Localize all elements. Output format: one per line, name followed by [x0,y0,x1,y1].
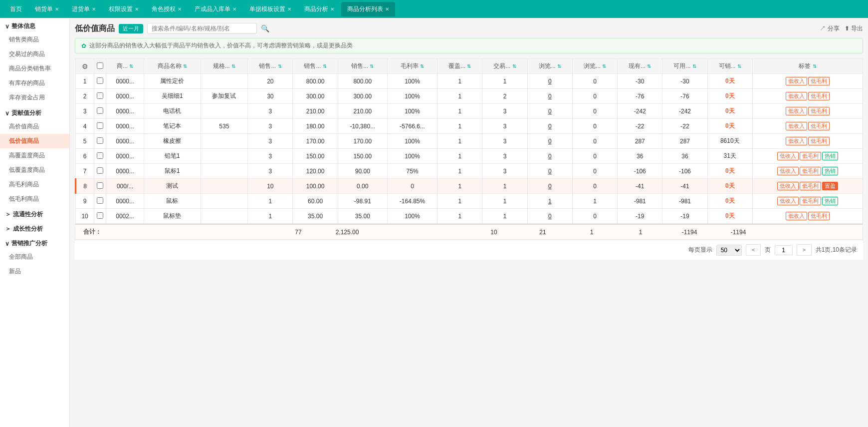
col-gross[interactable]: 毛利率 ⇅ [387,59,437,74]
cell-checkbox[interactable] [94,89,106,104]
row-checkbox-6[interactable] [97,167,103,174]
col-checkbox[interactable] [94,59,106,74]
row-checkbox-9[interactable] [97,212,103,219]
col-trade[interactable]: 交易... ⇅ [482,59,527,74]
sort-icon-sales3[interactable]: ⇅ [370,63,374,69]
table-row[interactable]: 2 0000... 吴细细1 参加复试 30 300.00 300.00 100… [76,89,863,104]
table-row[interactable]: 8 000/... 测试 10 100.00 0.00 0 1 1 0 0 -4… [76,179,863,194]
filter-recent-month-button[interactable]: 近一月 [119,24,143,33]
sidebar-item-high-coverage[interactable]: 高覆盖度商品 [0,148,69,163]
cell-browse1[interactable]: 0 [527,74,572,89]
nav-goods-analysis[interactable]: 商品分析 ✕ [298,2,340,16]
next-page-button[interactable]: ＞ [797,244,812,256]
search-input[interactable] [147,23,257,34]
cell-checkbox[interactable] [94,134,106,149]
row-checkbox-8[interactable] [97,197,103,204]
sidebar-item-stock-goods[interactable]: 有库存的商品 [0,76,69,90]
nav-purchase-order[interactable]: 进货单 ✕ [66,2,102,16]
browse1-link[interactable]: 0 [548,78,552,85]
cell-checkbox[interactable] [94,149,106,164]
col-spec[interactable]: 规格... ⇅ [201,59,248,74]
export-button[interactable]: ⬆ 导出 [845,24,863,33]
col-sales3[interactable]: 销售... ⇅ [338,59,387,74]
nav-permission[interactable]: 权限设置 ✕ [103,2,145,16]
browse1-link[interactable]: 0 [548,213,552,220]
table-row[interactable]: 6 0000... 铅笔1 3 150.00 150.00 100% 1 3 0… [76,149,863,164]
sidebar-item-all-goods[interactable]: 全部商品 [0,250,69,264]
sidebar-item-traded-goods[interactable]: 交易过的商品 [0,47,69,61]
browse1-link[interactable]: 0 [548,168,552,175]
col-code[interactable]: 商... ⇅ [106,59,144,74]
cell-browse1[interactable]: 0 [527,209,572,224]
sidebar-item-low-value[interactable]: 低价值商品 [0,134,69,148]
cell-checkbox[interactable] [94,209,106,224]
nav-close-permission[interactable]: ✕ [135,6,139,12]
table-row[interactable]: 1 0000... 属性定价 20 800.00 800.00 100% 1 1… [76,74,863,89]
cell-checkbox[interactable] [94,164,106,179]
cell-browse1[interactable]: 0 [527,164,572,179]
cell-browse1[interactable]: 0 [527,134,572,149]
row-checkbox-7[interactable] [97,182,103,189]
nav-close-purchase-order[interactable]: ✕ [92,6,96,12]
settings-icon[interactable]: ⚙ [82,62,88,70]
nav-close-product-inbound[interactable]: ✕ [232,6,236,12]
col-settings[interactable]: ⚙ [76,59,94,74]
sort-icon-stock3[interactable]: ⇅ [737,63,741,69]
table-row[interactable]: 5 0000... 橡皮擦 3 170.00 170.00 100% 1 3 0… [76,134,863,149]
cell-checkbox[interactable] [94,179,106,194]
sidebar-item-new-goods[interactable]: 新品 [0,264,69,279]
sort-icon-stock1[interactable]: ⇅ [647,63,651,69]
browse1-link[interactable]: 0 [548,183,552,190]
row-checkbox-1[interactable] [97,92,103,99]
sidebar-section-contribution[interactable]: ∨ 贡献值分析 [0,105,69,119]
nav-goods-analysis-list[interactable]: 商品分析列表 ✕ [341,2,395,16]
table-row[interactable]: 4 0000... 笔记本 535 3 180.00 -10,380... -5… [76,119,863,134]
cell-checkbox[interactable] [94,119,106,134]
row-checkbox-4[interactable] [97,137,103,144]
cell-checkbox[interactable] [94,104,106,119]
cell-browse1[interactable]: 0 [527,149,572,164]
nav-template[interactable]: 单据模板设置 ✕ [243,2,297,16]
sort-icon-gross[interactable]: ⇅ [420,63,424,69]
col-name[interactable]: 商品名称 ⇅ [144,59,201,74]
cell-checkbox[interactable] [94,194,106,209]
sidebar-item-category-rate[interactable]: 商品分类销售率 [0,61,69,76]
cell-browse1[interactable]: 0 [527,104,572,119]
sort-icon-name[interactable]: ⇅ [183,63,187,69]
row-checkbox-3[interactable] [97,122,103,129]
row-checkbox-2[interactable] [97,107,103,114]
sort-icon-stock2[interactable]: ⇅ [692,63,696,69]
sort-icon-sales2[interactable]: ⇅ [323,63,327,69]
sidebar-item-high-value[interactable]: 高价值商品 [0,119,69,134]
share-button[interactable]: ↗ 分享 [820,24,839,33]
sidebar-item-low-margin[interactable]: 低毛利商品 [0,192,69,206]
sort-icon-spec[interactable]: ⇅ [231,63,235,69]
sort-icon-browse2[interactable]: ⇅ [602,63,606,69]
nav-close-template[interactable]: ✕ [287,6,291,12]
sidebar-section-growth[interactable]: ＞ 成长性分析 [0,221,69,235]
nav-role-auth[interactable]: 角色授权 ✕ [146,2,188,16]
col-stock2[interactable]: 可用... ⇅ [662,59,707,74]
table-row[interactable]: 10 0002... 鼠标垫 1 35.00 35.00 100% 1 1 0 … [76,209,863,224]
cell-browse1[interactable]: 0 [527,179,572,194]
nav-home[interactable]: 首页 [4,2,28,16]
per-page-select[interactable]: 50 100 200 [716,245,742,256]
table-row[interactable]: 9 0000... 鼠标 1 60.00 -98.91 -164.85% 1 1… [76,194,863,209]
col-stock1[interactable]: 现有... ⇅ [618,59,662,74]
sidebar-section-overall[interactable]: ∨ 整体信息 [0,18,69,32]
nav-close-goods-analysis[interactable]: ✕ [330,6,334,12]
sidebar-item-sales-goods[interactable]: 销售类商品 [0,32,69,47]
row-checkbox-5[interactable] [97,152,103,159]
prev-page-button[interactable]: ＜ [746,244,761,256]
nav-close-goods-analysis-list[interactable]: ✕ [385,6,389,12]
browse1-link[interactable]: 0 [548,93,552,100]
cell-browse1[interactable]: 0 [527,119,572,134]
col-browse1[interactable]: 浏览... ⇅ [527,59,572,74]
cell-browse1[interactable]: 0 [527,89,572,104]
col-sales2[interactable]: 销售... ⇅ [293,59,338,74]
cell-browse1[interactable]: 1 [527,194,572,209]
sort-icon-tags[interactable]: ⇅ [813,63,817,69]
table-row[interactable]: 7 0000... 鼠标1 3 120.00 90.00 75% 1 3 0 0… [76,164,863,179]
browse1-link[interactable]: 0 [548,123,552,130]
sidebar-section-liquidity[interactable]: ＞ 流通性分析 [0,206,69,221]
